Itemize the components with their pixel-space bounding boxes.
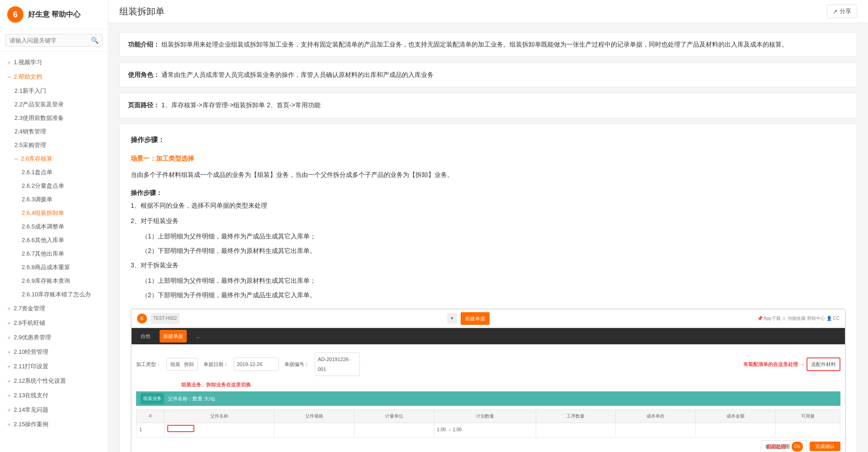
sidebar-item-newbie[interactable]: 2.1新手入门 bbox=[0, 84, 108, 98]
sidebar-item-stock[interactable]: − 2.6库存核算 bbox=[0, 152, 108, 166]
sim-confirm-btn[interactable]: 完成确认 bbox=[810, 442, 840, 451]
step2-sub2: （2）下部明细为子件明细，最终作为原材料生成其它出库单。 bbox=[142, 244, 846, 257]
sidebar-label-s265: 2.6.5成本调整单 bbox=[22, 223, 64, 231]
sidebar-label-s261: 2.6.1盘点单 bbox=[22, 168, 52, 176]
step3-sub2: （2）下部明细为子件明细，最终作为产成品生成其它入库单。 bbox=[142, 289, 846, 301]
sidebar-item-s268[interactable]: 2.6.8商品成本重算 bbox=[0, 261, 108, 274]
sim-nav-more[interactable]: ... bbox=[192, 330, 203, 343]
sidebar-item-video[interactable]: + 1.视频学习 bbox=[0, 55, 108, 70]
th-spec: 父件规格 bbox=[274, 409, 354, 423]
plus-icon-ops: + bbox=[7, 348, 11, 356]
sim-nav: 自然 新建单据 ... bbox=[132, 328, 845, 344]
role-text: 通常由生产人员或库管人员完成拆装业务的操作，库管人员确认原材料的出库和产成品的入… bbox=[161, 71, 434, 78]
sidebar-item-ops[interactable]: + 2.10经营管理 bbox=[0, 345, 108, 359]
sidebar-item-money[interactable]: + 2.7资金管理 bbox=[0, 301, 108, 316]
annotation1-arrow: → bbox=[800, 359, 805, 369]
sidebar-label-s267: 2.6.7其他出库单 bbox=[22, 250, 64, 258]
ops-title: 操作步骤： bbox=[131, 133, 846, 147]
sidebar-label-sysconf: 2.12系统个性化设置 bbox=[14, 377, 66, 385]
sidebar-label-online: 2.13在线支付 bbox=[14, 391, 48, 400]
sidebar-label-print: 2.11打印设置 bbox=[14, 362, 48, 371]
sidebar-label-coupon: 2.9优惠券管理 bbox=[14, 333, 51, 342]
td-spec1 bbox=[274, 423, 354, 437]
sidebar-item-s266[interactable]: 2.6.6其他入库单 bbox=[0, 233, 108, 247]
sidebar-item-data[interactable]: 2.3使用前数据准备 bbox=[0, 111, 108, 125]
sidebar-item-purchase[interactable]: 2.5采购管理 bbox=[0, 138, 108, 152]
sidebar-item-faq[interactable]: + 2.14常见问题 bbox=[0, 403, 108, 417]
function-intro-label: 功能介绍： bbox=[128, 41, 160, 48]
th-process: 工序数量 bbox=[536, 409, 616, 423]
scenario1-desc: 当由多个子件材料组装成一个成品的业务为【组装】业务，当由一个父件拆分成多个子产品… bbox=[131, 168, 846, 181]
sim-new-order-btn[interactable]: 新建单据 bbox=[461, 312, 490, 325]
sim-asm-tag: 组装业务 bbox=[141, 393, 164, 404]
plus-icon-coupon: + bbox=[7, 334, 11, 341]
step1: 1、根据不同的业务，选择不同单据的类型来处理 bbox=[131, 199, 846, 212]
th-cost-total: 成本金额 bbox=[695, 409, 775, 423]
ops-block: 操作步骤： 场景一：加工类型选择 当由多个子件材料组装成一个成品的业务为【组装】… bbox=[119, 124, 857, 452]
sidebar-label-stock: 2.6库存核算 bbox=[21, 155, 52, 163]
sidebar-item-docs[interactable]: − 2.帮助文档 bbox=[0, 70, 108, 84]
step2: 2、对于组装业务 bbox=[131, 214, 846, 227]
logo-area: 6 好生意 帮助中心 bbox=[0, 0, 108, 29]
plus-icon-mobile: + bbox=[7, 319, 11, 327]
th-cost-unit: 成本单价 bbox=[616, 409, 696, 423]
sim-nav-home[interactable]: 自然 bbox=[137, 330, 154, 343]
sim-content: 加工类型： 组装 拆卸 单据日期： 2019-12-26 单据编号： AD-20… bbox=[132, 344, 845, 452]
sidebar-item-s269[interactable]: 2.6.9库存账本查询 bbox=[0, 274, 108, 288]
sidebar-label-install: 2.2产品安装及登录 bbox=[14, 100, 64, 109]
sidebar-item-install[interactable]: 2.2产品安装及登录 bbox=[0, 98, 108, 111]
sidebar-item-print[interactable]: + 2.11打印设置 bbox=[0, 359, 108, 374]
sim-process-btn[interactable]: 选配件材料 bbox=[807, 357, 840, 371]
step2-sub-list: （1）上部明细为父件明细，最终作为产成品生成其它入库单； （2）下部明细为子件明… bbox=[131, 230, 846, 257]
sim-nav-new[interactable]: 新建单据 bbox=[160, 330, 187, 343]
ops-steps-title: 操作步骤： bbox=[131, 186, 846, 199]
sidebar-item-s262[interactable]: 2.6.2分量盘点单 bbox=[0, 179, 108, 193]
search-input[interactable] bbox=[9, 37, 91, 44]
sidebar-item-sales[interactable]: 2.4销售管理 bbox=[0, 125, 108, 138]
step3-sub1: （1）上部明细为父件明细，最终作为原材料生成其它出库单； bbox=[142, 274, 846, 287]
sidebar-label-s263: 2.6.3调拨单 bbox=[22, 195, 52, 204]
sim-type-option1: 组装 bbox=[170, 359, 180, 369]
plus-icon-case: + bbox=[7, 421, 11, 428]
sidebar-item-s264[interactable]: 2.6.4组装拆卸单 bbox=[0, 206, 108, 220]
th-unit: 计量单位 bbox=[354, 409, 434, 423]
sim-app-id: TEST-H002 bbox=[151, 313, 179, 324]
sidebar-item-mobile[interactable]: + 2.8手机旺铺 bbox=[0, 316, 108, 330]
td-unit1 bbox=[354, 423, 434, 437]
sidebar-item-s2610[interactable]: 2.6.10库存账本错了怎么办 bbox=[0, 288, 108, 301]
sidebar-label-money: 2.7资金管理 bbox=[14, 305, 45, 313]
search-box: 🔍 bbox=[0, 29, 108, 52]
td-plan1: 1.00 → 1.00 bbox=[434, 423, 536, 437]
sidebar-item-sysconf[interactable]: + 2.12系统个性化设置 bbox=[0, 374, 108, 388]
sidebar-label-s2610: 2.6.10库存账本错了怎么办 bbox=[22, 290, 91, 299]
screenshot-container: 6 TEST-H002 ▼ 新建单据 📌 App下载 ☆ 功能收藏 帮助中心 👤… bbox=[131, 309, 846, 452]
td-total1 bbox=[695, 423, 775, 437]
sidebar-item-case[interactable]: + 2.15操作案例 bbox=[0, 417, 108, 432]
sidebar-label-mobile: 2.8手机旺铺 bbox=[14, 319, 45, 327]
th-avail: 可用量 bbox=[775, 409, 840, 423]
sidebar-label-s269: 2.6.9库存账本查询 bbox=[22, 277, 70, 285]
sidebar-item-s267[interactable]: 2.6.7其他出库单 bbox=[0, 247, 108, 261]
sidebar-label-s262: 2.6.2分量盘点单 bbox=[22, 182, 64, 190]
sidebar-item-s265[interactable]: 2.6.5成本调整单 bbox=[0, 220, 108, 233]
main-area: 组装拆卸单 ↗ 分享 功能介绍： 组装拆卸单用来处理企业组装或拆卸等加工业务，支… bbox=[108, 0, 868, 452]
sim-tag1: ▼ bbox=[447, 313, 457, 324]
search-button[interactable]: 🔍 bbox=[91, 37, 99, 44]
page-title: 组装拆卸单 bbox=[119, 5, 165, 18]
content-area: 功能介绍： 组装拆卸单用来处理企业组装或拆卸等加工业务，支持有固定装配清单的产品… bbox=[108, 23, 868, 452]
sidebar-item-coupon[interactable]: + 2.9优惠券管理 bbox=[0, 330, 108, 345]
sidebar-label-video: 1.视频学习 bbox=[14, 58, 42, 67]
td-name1 bbox=[164, 423, 274, 437]
scenario1-title: 场景一：加工类型选择 bbox=[131, 152, 846, 165]
sim-type-selector[interactable]: 组装 拆卸 bbox=[166, 358, 198, 371]
annotation1-area: 有装配清单的在这里处理 → 选配件材料 bbox=[743, 357, 840, 371]
share-button[interactable]: ↗ 分享 bbox=[827, 5, 857, 18]
sim-type-label: 加工类型： bbox=[136, 359, 161, 369]
nav-tree: + 1.视频学习 − 2.帮助文档 2.1新手入门 2.2产品安装及登录 2.3… bbox=[0, 52, 108, 452]
sim-toggle-on[interactable]: On bbox=[792, 442, 803, 452]
sidebar-item-online[interactable]: + 2.13在线支付 bbox=[0, 388, 108, 403]
sidebar-item-s261[interactable]: 2.6.1盘点单 bbox=[0, 166, 108, 179]
function-intro-text: 组装拆卸单用来处理企业组装或拆卸等加工业务，支持有固定装配清单的产品加工业务，也… bbox=[161, 41, 788, 48]
sidebar-item-s263[interactable]: 2.6.3调拨单 bbox=[0, 193, 108, 206]
plus-icon-sysconf: + bbox=[7, 377, 11, 385]
